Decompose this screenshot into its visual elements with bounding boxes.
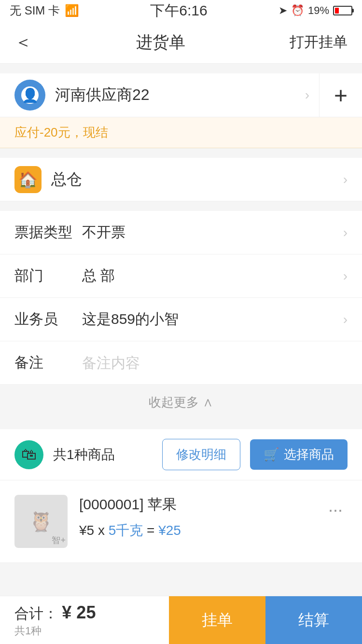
chevron-right-icon: › [343, 268, 348, 284]
chevron-right-icon: › [305, 87, 309, 103]
chevron-right-icon: › [343, 225, 348, 240]
invoice-row[interactable]: 票据类型 不开票 › [0, 211, 362, 254]
supplier-name: 河南供应商22 [55, 84, 300, 106]
page-title: 进货单 [136, 31, 185, 54]
status-time: 下午6:16 [150, 1, 207, 21]
remark-input[interactable] [82, 355, 348, 371]
cart-icon: 🛒 [264, 447, 279, 462]
dept-value: 总 部 [82, 266, 338, 286]
total-section: 合计： ¥ 25 共1种 [0, 596, 169, 644]
user-icon [21, 86, 39, 104]
remark-row[interactable]: 备注 [0, 341, 362, 385]
section-gap-3 [0, 201, 362, 211]
section-gap-2 [0, 148, 362, 158]
total-main: 合计： ¥ 25 [14, 602, 154, 624]
collapse-label: 收起更多 ∧ [149, 394, 213, 411]
nav-bar: ＜ 进货单 打开挂单 [0, 21, 362, 64]
status-bar: 无 SIM 卡 📶 下午6:16 ➤ ⏰ 19% [0, 0, 362, 21]
add-supplier-button[interactable]: + [320, 82, 348, 109]
total-price: ¥25 [158, 523, 181, 538]
section-gap-1 [0, 64, 362, 73]
product-count-icon: 🛍 [14, 440, 43, 469]
products-header: 🛍 共1种商品 修改明细 🛒 选择商品 [0, 429, 362, 480]
sales-row[interactable]: 业务员 这是859的小智 › [0, 298, 362, 341]
edit-detail-button[interactable]: 修改明细 [162, 439, 240, 470]
remark-label: 备注 [14, 353, 82, 373]
bottom-bar: 合计： ¥ 25 共1种 挂单 结算 [0, 596, 362, 644]
supplier-row[interactable]: 河南供应商22 › [14, 73, 320, 117]
total-sub: 共1种 [14, 624, 154, 638]
warehouse-row[interactable]: 🏠 总仓 › [0, 158, 362, 201]
sales-label: 业务员 [14, 309, 82, 329]
location-icon: ➤ [278, 4, 287, 17]
supplier-section: 河南供应商22 › + [0, 73, 362, 117]
warehouse-label: 总仓 [51, 169, 338, 190]
product-more-button[interactable]: ··· [323, 495, 348, 525]
carrier-text: 无 SIM 卡 [10, 3, 60, 18]
product-title: 苹果 [148, 496, 177, 512]
home-icon: 🏠 [18, 170, 38, 189]
pending-button[interactable]: 挂单 [169, 596, 265, 644]
product-count-text: 共1种商品 [53, 446, 153, 464]
invoice-label: 票据类型 [14, 223, 82, 242]
avatar [14, 80, 45, 111]
bag-icon: 🛍 [21, 446, 37, 463]
dept-row[interactable]: 部门 总 部 › [0, 254, 362, 298]
warehouse-icon: 🏠 [14, 166, 42, 193]
thumb-label: 智+ [52, 534, 66, 546]
product-price: ¥5 x 5千克 = ¥25 [79, 521, 312, 540]
status-left: 无 SIM 卡 📶 [10, 3, 79, 18]
checkout-button[interactable]: 结算 [265, 596, 362, 644]
chevron-right-icon: › [343, 312, 348, 327]
status-right: ➤ ⏰ 19% [278, 4, 352, 17]
total-label: 合计： [14, 605, 58, 621]
sales-value: 这是859的小智 [82, 309, 338, 329]
battery-text: 19% [308, 4, 329, 17]
product-name: [0000001] 苹果 [79, 495, 312, 515]
select-product-button[interactable]: 🛒 选择商品 [250, 439, 348, 470]
collapse-toggle[interactable]: 收起更多 ∧ [0, 385, 362, 420]
invoice-value: 不开票 [82, 223, 338, 242]
chevron-right-icon: › [343, 172, 348, 187]
product-thumbnail: 🦉 智+ [14, 495, 68, 548]
back-button[interactable]: ＜ [14, 30, 32, 54]
bottom-gap [0, 563, 362, 573]
open-pending-button[interactable]: 打开挂单 [290, 32, 348, 52]
battery-icon [333, 6, 352, 15]
wifi-icon: 📶 [65, 4, 79, 17]
select-product-label: 选择商品 [284, 446, 334, 463]
product-info: [0000001] 苹果 ¥5 x 5千克 = ¥25 [79, 495, 312, 540]
dept-label: 部门 [14, 266, 82, 286]
product-code: [0000001] [79, 496, 143, 512]
alarm-icon: ⏰ [291, 4, 304, 17]
unit-price: ¥5 [79, 523, 94, 538]
owl-icon: 🦉 [29, 510, 53, 533]
form-section: 票据类型 不开票 › 部门 总 部 › 业务员 这是859的小智 › 备注 [0, 211, 362, 385]
payment-info: 应付-20元，现结 [0, 117, 362, 148]
quantity: 5千克 [109, 523, 143, 538]
section-gap-4 [0, 420, 362, 429]
product-item: 🦉 智+ [0000001] 苹果 ¥5 x 5千克 = ¥25 ··· [0, 480, 362, 563]
total-amount: ¥ 25 [62, 602, 96, 622]
